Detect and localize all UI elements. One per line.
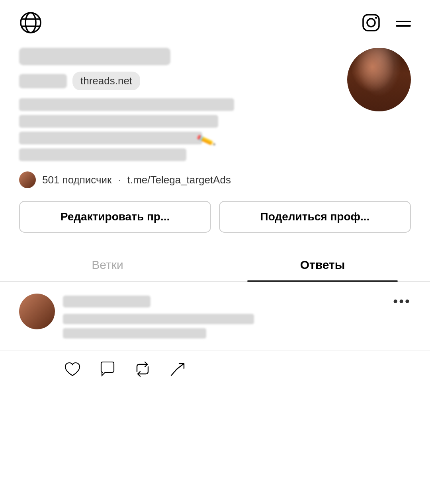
svg-point-1 — [25, 13, 36, 33]
post-author-username — [63, 296, 150, 307]
svg-point-0 — [21, 13, 41, 33]
post-item: ••• — [0, 282, 430, 351]
post-actions — [0, 351, 430, 382]
bio-line-1 — [19, 98, 234, 111]
pencil-icon: ✏️ — [195, 130, 216, 151]
avatar-image — [347, 48, 411, 111]
svg-point-5 — [367, 19, 375, 27]
share-icon[interactable] — [169, 360, 186, 378]
profile-section: threads.net ✏️ 501 подписчик · t.me/Tele… — [0, 44, 430, 249]
comment-icon[interactable] — [99, 360, 116, 378]
post-text-line-1 — [63, 314, 254, 324]
username-row: threads.net — [19, 72, 335, 90]
post-content: ••• — [63, 294, 411, 339]
profile-avatar-container — [347, 48, 411, 111]
post-more-icon[interactable]: ••• — [393, 294, 411, 309]
tab-replies[interactable]: Ответы — [215, 249, 430, 281]
hamburger-menu-icon[interactable] — [396, 21, 411, 27]
profile-info: threads.net ✏️ — [19, 48, 347, 168]
threads-badge[interactable]: threads.net — [72, 72, 140, 90]
share-profile-button[interactable]: Поделиться проф... — [219, 201, 411, 233]
post-header: ••• — [63, 294, 411, 309]
action-buttons: Редактировать пр... Поделиться проф... — [19, 201, 411, 233]
profile-display-name — [19, 48, 170, 65]
edit-profile-button[interactable]: Редактировать пр... — [19, 201, 211, 233]
bio-line-2 — [19, 115, 218, 128]
profile-tabs: Ветки Ответы — [0, 249, 430, 282]
bio-line-3: ✏️ — [19, 132, 202, 144]
top-navigation — [0, 0, 430, 44]
svg-point-6 — [375, 17, 377, 19]
profile-username — [19, 74, 67, 88]
globe-icon[interactable] — [19, 11, 42, 36]
profile-avatar — [347, 48, 411, 111]
like-icon[interactable] — [64, 360, 81, 378]
followers-row: 501 подписчик · t.me/Telega_targetAds — [19, 171, 411, 188]
followers-count: 501 подписчик — [42, 174, 112, 186]
bio-line-4 — [19, 148, 186, 161]
profile-bio: ✏️ — [19, 98, 335, 161]
followers-link[interactable]: t.me/Telega_targetAds — [127, 174, 231, 186]
followers-avatar — [19, 171, 36, 188]
separator: · — [118, 174, 121, 186]
repost-icon[interactable] — [134, 360, 151, 378]
post-text-line-2 — [63, 328, 206, 339]
post-author-avatar[interactable] — [19, 294, 55, 329]
tab-threads[interactable]: Ветки — [0, 249, 215, 281]
instagram-icon[interactable] — [361, 12, 381, 35]
profile-header: threads.net ✏️ — [19, 48, 411, 168]
